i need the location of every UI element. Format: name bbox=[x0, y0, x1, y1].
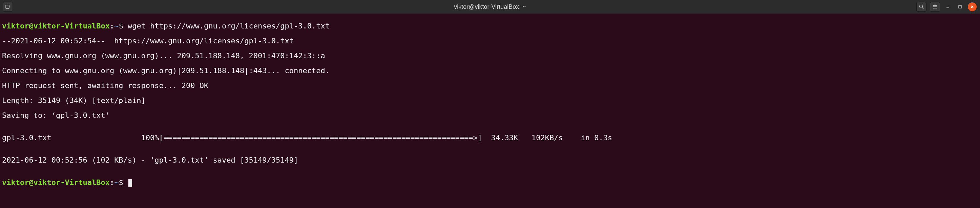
prompt-colon: : bbox=[110, 22, 114, 30]
search-button[interactable] bbox=[916, 2, 926, 11]
prompt-at: @ bbox=[29, 22, 33, 30]
terminal-line: HTTP request sent, awaiting response... … bbox=[2, 82, 978, 89]
cursor bbox=[128, 179, 132, 187]
command-text: wget https://www.gnu.org/licenses/gpl-3.… bbox=[128, 22, 329, 30]
svg-rect-9 bbox=[959, 5, 961, 8]
menu-button[interactable] bbox=[930, 2, 940, 11]
terminal[interactable]: viktor@viktor-VirtualBox:~$ wget https:/… bbox=[0, 14, 980, 208]
maximize-button[interactable] bbox=[956, 2, 964, 11]
prompt-path: ~ bbox=[114, 22, 119, 30]
close-icon bbox=[970, 5, 974, 9]
prompt-user: viktor bbox=[2, 22, 29, 30]
minimize-button[interactable] bbox=[943, 2, 952, 11]
terminal-line: viktor@viktor-VirtualBox:~$ bbox=[2, 179, 978, 187]
prompt-colon: : bbox=[110, 178, 114, 187]
terminal-line: Resolving www.gnu.org (www.gnu.org)... 2… bbox=[2, 52, 978, 60]
titlebar: viktor@viktor-VirtualBox: ~ bbox=[0, 0, 980, 14]
prompt-host: viktor-VirtualBox bbox=[33, 178, 110, 187]
terminal-line: viktor@viktor-VirtualBox:~$ wget https:/… bbox=[2, 22, 978, 30]
terminal-line: Saving to: ‘gpl-3.0.txt’ bbox=[2, 112, 978, 119]
terminal-line: gpl-3.0.txt 100%[=======================… bbox=[2, 134, 978, 141]
svg-line-4 bbox=[923, 8, 924, 9]
search-icon bbox=[919, 4, 924, 10]
terminal-line: --2021-06-12 00:52:54-- https://www.gnu.… bbox=[2, 37, 978, 45]
svg-point-3 bbox=[920, 5, 923, 8]
close-button[interactable] bbox=[968, 2, 977, 11]
new-tab-icon bbox=[5, 4, 11, 10]
terminal-line: Length: 35149 (34K) [text/plain] bbox=[2, 97, 978, 104]
minimize-icon bbox=[946, 5, 950, 9]
prompt-at: @ bbox=[29, 178, 33, 187]
window-title: viktor@viktor-VirtualBox: ~ bbox=[0, 3, 980, 11]
titlebar-right bbox=[916, 2, 980, 11]
prompt-host: viktor-VirtualBox bbox=[33, 22, 110, 30]
prompt-dollar: $ bbox=[119, 178, 123, 187]
prompt-dollar: $ bbox=[119, 22, 123, 30]
prompt-user: viktor bbox=[2, 178, 29, 187]
titlebar-left bbox=[0, 2, 13, 11]
maximize-icon bbox=[958, 5, 962, 9]
terminal-line: Connecting to www.gnu.org (www.gnu.org)|… bbox=[2, 67, 978, 75]
terminal-line: 2021-06-12 00:52:56 (102 KB/s) - ‘gpl-3.… bbox=[2, 157, 978, 164]
prompt-path: ~ bbox=[114, 178, 119, 187]
new-tab-button[interactable] bbox=[3, 2, 13, 11]
hamburger-icon bbox=[932, 4, 938, 10]
svg-rect-0 bbox=[6, 5, 9, 8]
